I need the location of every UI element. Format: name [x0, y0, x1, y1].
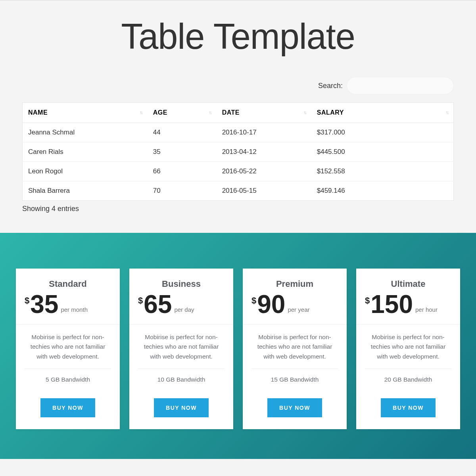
table-row: Shala Barrera 70 2016-05-15 $459.146	[23, 181, 454, 201]
pricing-card-business: Business $ 65 per day Mobirise is perfec…	[129, 269, 233, 429]
cell-name: Jeanna Schmal	[23, 123, 148, 142]
cell-salary: $445.500	[311, 142, 454, 162]
price-amount: 150	[370, 292, 413, 317]
page-title: Table Template	[22, 16, 454, 57]
cell-date: 2016-05-22	[217, 162, 311, 181]
cell-name: Shala Barrera	[23, 181, 148, 201]
cell-date: 2016-05-15	[217, 181, 311, 201]
data-table: NAME ↑↓ AGE ↑↓ DATE ↑↓ SALARY ↑↓ Je	[22, 102, 454, 201]
price-line: $ 90 per year	[251, 292, 338, 317]
price-period: per hour	[415, 306, 438, 313]
plan-description: Mobirise is perfect for non-techies who …	[251, 332, 338, 369]
cell-date: 2013-04-12	[217, 142, 311, 162]
plan-description: Mobirise is perfect for non-techies who …	[25, 332, 111, 369]
price-line: $ 65 per day	[138, 292, 225, 317]
col-date[interactable]: DATE ↑↓	[217, 103, 311, 123]
buy-now-button[interactable]: BUY NOW	[154, 398, 209, 417]
plan-feature: 20 GB Bandwidth	[365, 369, 451, 394]
cell-age: 44	[148, 123, 217, 142]
search-row: Search:	[22, 77, 454, 94]
pricing-card-premium: Premium $ 90 per year Mobirise is perfec…	[243, 269, 347, 429]
buy-now-button[interactable]: BUY NOW	[40, 398, 95, 417]
cell-salary: $459.146	[311, 181, 454, 201]
price-amount: 90	[257, 292, 285, 317]
cell-salary: $317.000	[311, 123, 454, 142]
price-period: per month	[61, 306, 88, 313]
plan-name: Standard	[25, 279, 111, 289]
price-line: $ 35 per month	[25, 292, 111, 317]
cell-name: Leon Rogol	[23, 162, 148, 181]
col-salary-label: SALARY	[317, 109, 344, 116]
plan-name: Business	[138, 279, 225, 289]
price-amount: 35	[30, 292, 58, 317]
plan-feature: 5 GB Bandwidth	[25, 369, 111, 394]
cell-name: Caren Rials	[23, 142, 148, 162]
cell-age: 35	[148, 142, 217, 162]
plan-description: Mobirise is perfect for non-techies who …	[138, 332, 225, 369]
currency-symbol: $	[25, 296, 29, 306]
col-date-label: DATE	[222, 109, 240, 116]
plan-feature: 10 GB Bandwidth	[138, 369, 225, 394]
currency-symbol: $	[365, 296, 370, 306]
buy-now-button[interactable]: BUY NOW	[381, 398, 436, 417]
sort-icon: ↑↓	[303, 110, 306, 115]
col-name[interactable]: NAME ↑↓	[23, 103, 148, 123]
plan-name: Ultimate	[365, 279, 451, 289]
plan-feature: 15 GB Bandwidth	[251, 369, 338, 394]
pricing-card-standard: Standard $ 35 per month Mobirise is perf…	[16, 269, 120, 429]
currency-symbol: $	[251, 296, 256, 306]
price-period: per year	[288, 306, 309, 313]
table-row: Jeanna Schmal 44 2016-10-17 $317.000	[23, 123, 454, 142]
col-age[interactable]: AGE ↑↓	[148, 103, 217, 123]
cell-date: 2016-10-17	[217, 123, 311, 142]
currency-symbol: $	[138, 296, 143, 306]
sort-icon: ↑↓	[445, 110, 448, 115]
sort-icon: ↑↓	[140, 110, 142, 115]
price-period: per day	[174, 306, 194, 313]
col-name-label: NAME	[28, 109, 48, 116]
cell-age: 70	[148, 181, 217, 201]
table-row: Leon Rogol 66 2016-05-22 $152.558	[23, 162, 454, 181]
search-label: Search:	[318, 82, 343, 90]
cell-salary: $152.558	[311, 162, 454, 181]
cell-age: 66	[148, 162, 217, 181]
price-line: $ 150 per hour	[365, 292, 451, 317]
entries-info: Showing 4 entries	[22, 205, 454, 213]
table-row: Caren Rials 35 2013-04-12 $445.500	[23, 142, 454, 162]
price-amount: 65	[144, 292, 172, 317]
plan-description: Mobirise is perfect for non-techies who …	[365, 332, 451, 369]
buy-now-button[interactable]: BUY NOW	[267, 398, 322, 417]
pricing-section: Standard $ 35 per month Mobirise is perf…	[0, 233, 476, 459]
col-age-label: AGE	[153, 109, 167, 116]
search-input[interactable]	[347, 77, 454, 94]
plan-name: Premium	[251, 279, 338, 289]
pricing-card-ultimate: Ultimate $ 150 per hour Mobirise is perf…	[356, 269, 460, 429]
sort-icon: ↑↓	[209, 110, 211, 115]
col-salary[interactable]: SALARY ↑↓	[311, 103, 454, 123]
